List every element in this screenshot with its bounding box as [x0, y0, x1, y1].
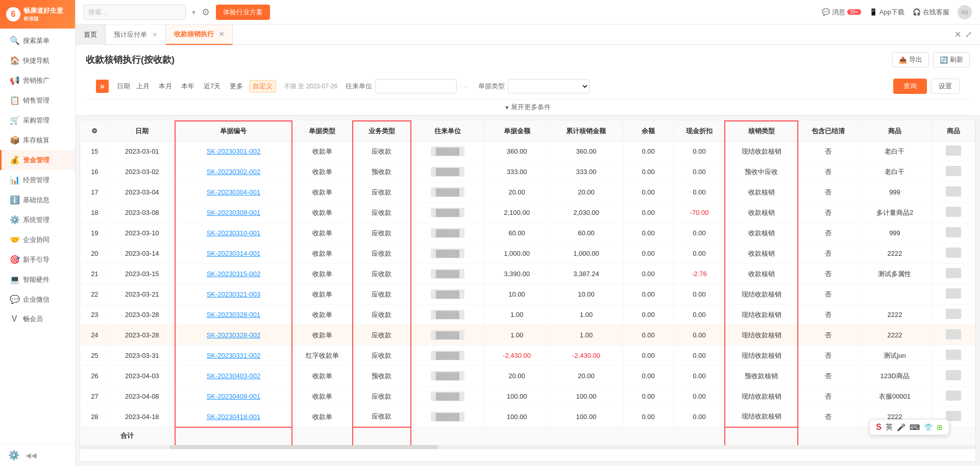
- user-avatar[interactable]: Rit: [958, 5, 972, 19]
- topbar-settings-icon[interactable]: ⚙: [202, 7, 210, 18]
- doc-no-link[interactable]: SK-20230310-001: [207, 229, 261, 237]
- tab-collection[interactable]: 收款核销执行 ✕: [166, 24, 233, 45]
- sidebar-item-sales[interactable]: 📋销售管理: [0, 90, 75, 110]
- table-row[interactable]: 27 2023-04-08 SK-20230408-001 收款单 应收款 ██…: [80, 386, 975, 407]
- doc-no-link[interactable]: SK-20230308-001: [207, 209, 261, 216]
- doc-no-link[interactable]: SK-20230321-003: [207, 290, 261, 298]
- expand-conditions-button[interactable]: ▾ 展开更多条件: [505, 103, 551, 112]
- date-custom[interactable]: 自定义: [249, 80, 276, 92]
- counterpart-dots[interactable]: ···: [460, 83, 470, 90]
- table-row[interactable]: 15 2023-03-01 SK-20230301-002 收款单 应收款 ██…: [80, 141, 975, 162]
- counterpart-input[interactable]: [375, 79, 457, 93]
- doc-no-link[interactable]: SK-20230418-001: [207, 413, 261, 421]
- doc-no-link[interactable]: SK-20230328-001: [207, 311, 261, 318]
- sidebar-item-operation[interactable]: 📊经营管理: [0, 170, 75, 190]
- doc-no-link[interactable]: SK-20230314-001: [207, 250, 261, 257]
- chevron-down-icon: ▾: [505, 104, 509, 111]
- sidebar-item-finance[interactable]: 💰资金管理: [0, 150, 75, 170]
- td-biz-type: 应收款: [353, 284, 411, 305]
- table-row[interactable]: 24 2023-03-28 SK-20230328-002 收款单 应收款 ██…: [80, 325, 975, 346]
- doc-no-link[interactable]: SK-20230304-001: [207, 188, 261, 196]
- th-settings[interactable]: ⚙: [80, 121, 109, 141]
- sidebar-item-vip[interactable]: V畅会员: [0, 309, 75, 329]
- tab-home[interactable]: 首页: [76, 24, 106, 45]
- filter-toggle-button[interactable]: »: [96, 80, 109, 93]
- td-no: 26: [80, 366, 109, 386]
- td-doc-no: SK-20230308-001: [175, 203, 292, 223]
- operation-icon: 📊: [10, 175, 19, 185]
- sidebar-item-quicknav[interactable]: 🏠快捷导航: [0, 51, 75, 70]
- tab-collection-close[interactable]: ✕: [219, 31, 224, 38]
- table-row[interactable]: 18 2023-03-08 SK-20230308-001 收款单 应收款 ██…: [80, 203, 975, 223]
- table-row[interactable]: 23 2023-03-28 SK-20230328-001 收款单 应收款 ██…: [80, 305, 975, 325]
- sidebar-item-inventory[interactable]: 📦库存核算: [0, 130, 75, 150]
- topbar-search-dropdown[interactable]: ▾: [192, 8, 195, 16]
- tab-prepay[interactable]: 预计应付单 ✕: [106, 24, 166, 45]
- grid-icon[interactable]: ⊞: [937, 423, 943, 431]
- online-service-item[interactable]: 🎧 在线客服: [913, 8, 949, 17]
- sidebar-item-enterprise[interactable]: 🤝企业协同: [0, 230, 75, 250]
- table-row[interactable]: 25 2023-03-31 SK-20230331-002 红字收款单 应收款 …: [80, 346, 975, 366]
- sidebar-item-hardware[interactable]: 💻智能硬件: [0, 269, 75, 289]
- doc-no-link[interactable]: SK-20230301-002: [207, 148, 261, 155]
- export-button[interactable]: 📤 导出: [892, 52, 929, 67]
- td-date: 2023-03-28: [109, 305, 175, 325]
- filter-settings-button[interactable]: 设置: [931, 79, 960, 94]
- th-amount: 单据金额: [484, 121, 550, 141]
- sidebar-item-weixin[interactable]: 💬企业微信: [0, 289, 75, 309]
- doc-no-link[interactable]: SK-20230328-002: [207, 331, 261, 339]
- tab-prepay-close[interactable]: ✕: [152, 31, 157, 38]
- doc-no-link[interactable]: SK-20230331-002: [207, 352, 261, 359]
- app-download-item[interactable]: 📱 App下载: [869, 8, 904, 17]
- doc-no-link[interactable]: SK-20230403-002: [207, 372, 261, 380]
- message-item[interactable]: 💬 消息 99+: [822, 8, 861, 17]
- refresh-button[interactable]: 🔄 刷新: [933, 52, 970, 67]
- table-row[interactable]: 22 2023-03-21 SK-20230321-003 收款单 应收款 ██…: [80, 284, 975, 305]
- sidebar-item-guide[interactable]: 🎯新手引导: [0, 250, 75, 269]
- keyboard-icon[interactable]: ⌨: [910, 423, 920, 431]
- sidebar-item-marketing[interactable]: 📢营销推广: [0, 70, 75, 90]
- td-cash-discount: 0.00: [674, 284, 725, 305]
- industry-plan-button[interactable]: 体验行业方案: [216, 5, 270, 20]
- td-date: 2023-03-01: [109, 141, 175, 162]
- table-row[interactable]: 20 2023-03-14 SK-20230314-001 收款单 应收款 ██…: [80, 243, 975, 264]
- sidebar-item-system[interactable]: ⚙️系统管理: [0, 210, 75, 230]
- table-scroll-thumb[interactable]: [169, 445, 438, 449]
- settings-icon[interactable]: ⚙️: [8, 450, 19, 461]
- date-more[interactable]: 更多: [227, 81, 246, 92]
- table-row[interactable]: 26 2023-04-03 SK-20230403-002 收款单 预收款 ██…: [80, 366, 975, 386]
- sidebar-item-purchase[interactable]: 🛒采购管理: [0, 110, 75, 130]
- doc-type-select[interactable]: [508, 79, 590, 93]
- shirt-icon[interactable]: 👕: [924, 423, 933, 431]
- table-row[interactable]: 17 2023-03-04 SK-20230304-001 收款单 应收款 ██…: [80, 182, 975, 203]
- doc-no-link[interactable]: SK-20230315-002: [207, 270, 261, 278]
- doc-no-link[interactable]: SK-20230408-001: [207, 393, 261, 400]
- date-7days[interactable]: 近7天: [201, 81, 224, 92]
- sidebar-item-label-system: 系统管理: [23, 215, 50, 225]
- table-row[interactable]: 19 2023-03-10 SK-20230310-001 收款单 应收款 ██…: [80, 223, 975, 243]
- table-row[interactable]: 28 2023-04-18 SK-20230418-001 收款单 应收款 ██…: [80, 407, 975, 427]
- date-this-month[interactable]: 本月: [156, 81, 175, 92]
- sidebar-item-basic[interactable]: ℹ️基础信息: [0, 190, 75, 210]
- date-this-year[interactable]: 本年: [178, 81, 198, 92]
- td-cash-discount: 0.00: [674, 346, 725, 366]
- doc-no-link[interactable]: SK-20230302-002: [207, 168, 261, 176]
- td-cumulative: 3,387.24: [550, 264, 623, 284]
- date-last-month[interactable]: 上月: [133, 81, 153, 92]
- topbar-search-input[interactable]: [84, 5, 186, 20]
- td-cash-discount: 0.00: [674, 141, 725, 162]
- expand-icon[interactable]: ⤢: [965, 30, 972, 39]
- sidebar-item-search[interactable]: 🔍搜索菜单: [0, 31, 75, 51]
- table-scrollbar[interactable]: [80, 445, 975, 449]
- td-writeoff-type: 预收款核销: [725, 366, 798, 386]
- mobile-icon: 📱: [869, 8, 877, 16]
- close-window-icon[interactable]: ✕: [954, 30, 961, 39]
- td-writeoff-type: 收款核销: [725, 264, 798, 284]
- mic-icon[interactable]: 🎤: [897, 423, 905, 431]
- td-goods2: [932, 162, 975, 182]
- collapse-icon[interactable]: ◀◀: [26, 451, 37, 459]
- table-area: ⚙ 日期 单据编号 单据类型 业务类型 往来单位 单据金额 累计核销金额 余额 …: [80, 120, 976, 462]
- table-row[interactable]: 21 2023-03-15 SK-20230315-002 收款单 应收款 ██…: [80, 264, 975, 284]
- table-row[interactable]: 16 2023-03-02 SK-20230302-002 收款单 预收款 ██…: [80, 162, 975, 182]
- query-button[interactable]: 查询: [893, 79, 927, 94]
